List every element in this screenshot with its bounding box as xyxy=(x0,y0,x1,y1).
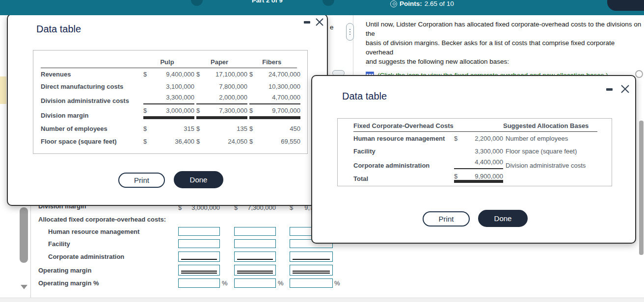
input-hrm-paper[interactable] xyxy=(234,227,276,236)
allocation-base: Floor space (square feet) xyxy=(506,148,577,155)
top-bar: Part 2 of 9 Points: 2.65 of 10 xyxy=(0,0,644,15)
column-header: Paper xyxy=(194,58,245,66)
worksheet-row-hrm-label: Human resource management xyxy=(48,228,139,235)
allocation-base: Number of employees xyxy=(506,135,568,142)
dialog-title: Data table xyxy=(342,91,387,102)
input-corpadmin-paper[interactable] xyxy=(234,252,276,262)
table-row: Human resource management $2,200,000 Num… xyxy=(353,132,597,145)
input-opmargin-pulp[interactable] xyxy=(178,265,220,276)
percent-sign: % xyxy=(334,279,340,287)
row-label: Division administrative costs xyxy=(41,97,141,104)
points-badge-icon xyxy=(390,0,397,7)
covered-handle-fragment xyxy=(635,70,643,78)
input-corpadmin-fibers[interactable] xyxy=(290,252,333,262)
dialog-title: Data table xyxy=(36,24,81,35)
question-line: and suggests the following new allocatio… xyxy=(366,57,644,66)
table-row: Facility 3,300,000 Floor space (square f… xyxy=(353,145,597,157)
part-progress-label: Part 2 of 9 xyxy=(252,0,283,4)
done-button[interactable]: Done xyxy=(478,210,528,227)
worksheet-operating-margin-pct-label: Operating margin % xyxy=(38,279,99,287)
sidebar-highlight xyxy=(0,76,6,104)
table-header-row: Pulp Paper Fibers xyxy=(41,50,297,68)
nav-circle-icon xyxy=(191,0,203,6)
left-scrollbar-down-arrow[interactable] xyxy=(21,285,27,289)
row-label: Human resource management xyxy=(353,135,454,142)
column-header: Suggested Allocation Bases xyxy=(503,122,589,129)
worksheet-operating-margin-label: Operating margin xyxy=(38,267,91,274)
table-row: Corporate administration 4,400,000 Divis… xyxy=(353,157,597,172)
covered-text-fragment: e xyxy=(330,24,334,31)
percent-sign: % xyxy=(222,279,228,287)
top-right-button[interactable] xyxy=(607,0,644,11)
input-opmarginpct-pulp[interactable] xyxy=(178,278,220,288)
table-row: Number of employees $315 $135 $450 xyxy=(41,122,304,135)
row-label: Facility xyxy=(353,148,454,155)
row-label: Corporate administration xyxy=(353,162,454,169)
table-row: Floor space (square feet) $36,400 $24,05… xyxy=(41,135,304,148)
worksheet-row-facility-label: Facility xyxy=(48,240,70,248)
points-value: 2.65 of 10 xyxy=(425,0,454,7)
minimize-icon[interactable] xyxy=(606,88,613,91)
left-scrollbar-thumb[interactable] xyxy=(20,207,28,263)
input-opmarginpct-fibers[interactable] xyxy=(290,278,333,288)
pane-divider-handle[interactable] xyxy=(346,23,354,41)
done-button[interactable]: Done xyxy=(174,171,223,188)
worksheet-row-corpadmin-label: Corporate administration xyxy=(48,253,124,260)
input-facility-pulp[interactable] xyxy=(178,239,220,248)
input-facility-paper[interactable] xyxy=(234,239,276,248)
horizontal-scrollbar-track[interactable] xyxy=(0,298,644,302)
question-line: basis of division margins. Becker asks f… xyxy=(366,38,644,57)
print-button[interactable]: Print xyxy=(118,173,165,188)
print-button[interactable]: Print xyxy=(423,211,470,226)
right-scrollbar-thumb[interactable] xyxy=(639,121,644,255)
row-label: Revenues xyxy=(41,71,141,78)
input-opmargin-fibers[interactable] xyxy=(290,265,333,276)
table-row: Division administrative costs 3,300,000 … xyxy=(41,93,304,105)
overhead-data-table: Fixed Corporate-Overhead Costs Suggested… xyxy=(337,118,612,186)
table-row: Total $9,900,000 xyxy=(353,172,597,186)
row-label: Total xyxy=(353,175,454,182)
row-label: Direct manufacturing costs xyxy=(41,83,141,90)
table-row: Direct manufacturing costs 3,100,000 7,8… xyxy=(41,80,304,93)
table-row: Division margin $3,000,000 $7,300,000 $9… xyxy=(41,105,304,122)
row-label: Floor space (square feet) xyxy=(41,138,141,145)
nav-circle-icon xyxy=(322,0,334,6)
column-header: Fibers xyxy=(246,58,297,66)
data-table-dialog-2: Data table Fixed Corporate-Overhead Cost… xyxy=(311,75,636,244)
table-row: Revenues $9,400,000 $17,100,000 $24,700,… xyxy=(41,68,304,80)
allocation-base: Division administrative costs xyxy=(506,162,586,169)
input-hrm-pulp[interactable] xyxy=(178,227,220,236)
division-data-table: Pulp Paper Fibers Revenues $9,400,000 $1… xyxy=(33,50,308,154)
percent-sign: % xyxy=(278,279,284,287)
column-header: Fixed Corporate-Overhead Costs xyxy=(353,122,503,129)
worksheet-alloc-header: Allocated fixed corporate-overhead costs… xyxy=(38,216,166,223)
close-icon[interactable] xyxy=(315,17,324,27)
table-header-row: Fixed Corporate-Overhead Costs Suggested… xyxy=(353,120,597,132)
points-label: Points: xyxy=(400,0,422,7)
minimize-icon[interactable] xyxy=(304,21,310,24)
data-table-dialog-1: Data table Pulp Paper Fibers Revenues $9… xyxy=(7,14,328,206)
input-opmargin-paper[interactable] xyxy=(234,265,276,276)
row-label: Division margin xyxy=(41,112,141,119)
app-screen: Division margin $3,000,000 $7,300,000 $9… xyxy=(0,0,644,302)
input-corpadmin-pulp[interactable] xyxy=(178,252,220,262)
question-line: Until now, Lidster Corporation has alloc… xyxy=(366,20,644,38)
close-icon[interactable] xyxy=(620,84,630,94)
input-opmarginpct-paper[interactable] xyxy=(234,278,276,288)
row-label: Number of employees xyxy=(41,125,141,132)
column-header: Pulp xyxy=(142,58,192,66)
